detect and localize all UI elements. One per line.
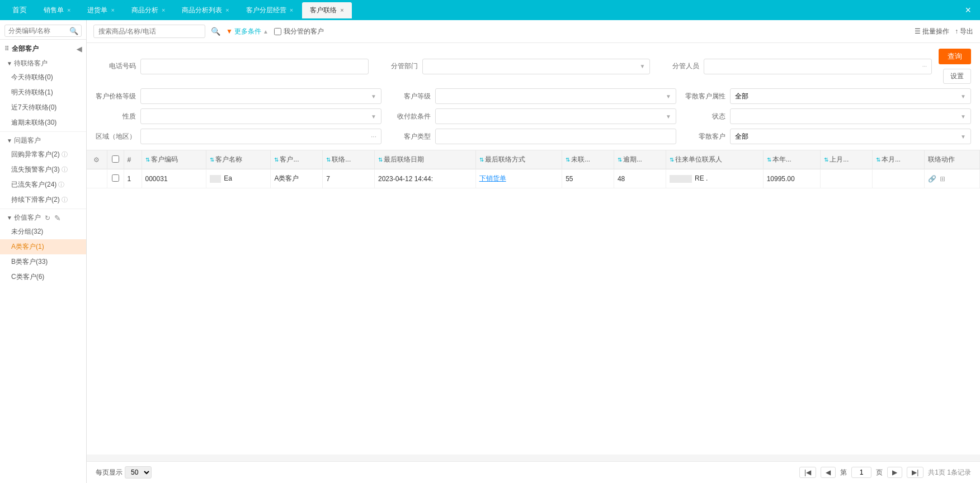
per-page-select[interactable]: 50 (125, 466, 152, 479)
collapse-icon[interactable]: ◀ (77, 45, 82, 53)
col-name[interactable]: ⇅客户名称 (206, 150, 271, 169)
my-customers-checkbox-label[interactable]: 我分管的客户 (274, 27, 324, 36)
col-code[interactable]: ⇅客户编码 (142, 150, 206, 169)
dept-field: 分管部门 ▼ (378, 59, 651, 74)
sidebar-item-class-b[interactable]: B类客户(33) (0, 254, 86, 269)
col-last-month[interactable]: ⇅上月... (821, 150, 873, 169)
more-conditions-button[interactable]: ▼ 更多条件 ▲ (226, 27, 268, 36)
sidebar-item-churned[interactable]: 已流失客户(24) ⓘ (0, 177, 86, 192)
sidebar-item-tomorrow[interactable]: 明天待联络(1) (0, 85, 86, 100)
first-page-button[interactable]: |◀ (799, 467, 816, 478)
settings-button[interactable]: 设置 (943, 69, 971, 84)
window-close-button[interactable]: × (960, 4, 976, 16)
nav-tab-purchase[interactable]: 进货单 × (79, 2, 122, 18)
close-customer-contact-icon[interactable]: × (340, 7, 343, 13)
nav-tab-analysis[interactable]: 商品分析 × (124, 2, 173, 18)
row-last-month (821, 169, 873, 188)
nav-tab-customer-mgmt[interactable]: 客户分层经营 × (238, 2, 301, 18)
sidebar-group-problem[interactable]: ▼ 问题客户 (0, 133, 86, 147)
close-purchase-icon[interactable]: × (111, 7, 114, 13)
nav-tab-sales[interactable]: 销售单 × (36, 2, 78, 18)
filter-row-4: 区域（地区） ··· 客户类型 零散客户 (96, 129, 971, 144)
row-checkbox[interactable] (112, 174, 119, 182)
sidebar-item-declining[interactable]: 持续下滑客户(2) ⓘ (0, 192, 86, 207)
col-overdue[interactable]: ⇅逾期... (614, 150, 666, 169)
sidebar-item-today[interactable]: 今天待联络(0) (0, 70, 86, 85)
sidebar-group-value[interactable]: ▼ 价值客户 ↻ ✎ (0, 210, 86, 224)
col-customer-type[interactable]: ⇅客户... (271, 150, 323, 169)
batch-operation-button[interactable]: ☰ 批量操作 (915, 27, 949, 36)
price-level-select[interactable]: ▼ (140, 88, 381, 104)
close-analysis-list-icon[interactable]: × (225, 7, 229, 13)
sidebar-search-icon[interactable]: 🔍 (69, 27, 78, 35)
nav-home[interactable]: 首页 (4, 2, 35, 18)
region-dots[interactable]: ··· (371, 132, 376, 140)
sidebar-group-pending[interactable]: ▼ 待联络客户 (0, 56, 86, 70)
retail-customer-select[interactable]: 全部 ▼ (730, 129, 971, 144)
sidebar-item-class-c[interactable]: C类客户(6) (0, 269, 86, 285)
sidebar-item-overdue[interactable]: 逾期未联络(30) (0, 115, 86, 130)
advanced-filter: 电话号码 分管部门 ▼ 分管人员 ··· (87, 43, 980, 150)
sidebar: 🔍 ⠿ 全部客户 ◀ ▼ 待联络客户 今天待联络(0) 明天待联络(1) 近7天… (0, 20, 87, 483)
content-area: 🔍 ▼ 更多条件 ▲ 我分管的客户 ☰ 批量操作 ↑ 导出 (87, 20, 980, 483)
next-page-button[interactable]: ▶ (887, 467, 902, 478)
nature-arrow: ▼ (371, 113, 376, 120)
col-this-year[interactable]: ⇅本年... (763, 150, 821, 169)
col-this-month[interactable]: ⇅本月... (872, 150, 924, 169)
region-field: 区域（地区） ··· (96, 129, 381, 144)
my-customers-checkbox[interactable] (274, 28, 281, 35)
gear-column[interactable]: ⚙ (87, 150, 107, 169)
dept-select[interactable]: ▼ (422, 59, 651, 74)
sidebar-all-customers-header[interactable]: ⠿ 全部客户 ◀ (0, 40, 86, 56)
manager-select-arrow: ··· (922, 63, 927, 69)
nav-tab-customer-contact[interactable]: 客户联络 × (302, 2, 351, 18)
phone-input[interactable] (140, 59, 369, 74)
main-layout: 🔍 ⠿ 全部客户 ◀ ▼ 待联络客户 今天待联络(0) 明天待联络(1) 近7天… (0, 20, 980, 483)
col-contacts[interactable]: ⇅往来单位联系人 (666, 150, 763, 169)
col-contact-count[interactable]: ⇅联络... (323, 150, 375, 169)
retail-attr-select[interactable]: 全部 ▼ (730, 88, 971, 104)
status-select[interactable]: ▼ (730, 108, 971, 124)
customer-type-select[interactable] (435, 129, 676, 144)
total-records: 共1页 1条记录 (928, 468, 971, 477)
manager-field: 分管人员 ··· (659, 59, 932, 74)
query-button[interactable]: 查询 (939, 49, 971, 64)
sidebar-item-repurchase-abnormal[interactable]: 回购异常客户(2) ⓘ (0, 147, 86, 162)
payment-select[interactable]: ▼ (435, 108, 676, 124)
sidebar-item-7days[interactable]: 近7天待联络(0) (0, 100, 86, 115)
nav-tab-analysis-list[interactable]: 商品分析列表 × (174, 2, 237, 18)
table-row: 1 000031 Ea A类客户 7 2023-04-12 14:44: 下销货… (87, 169, 980, 188)
prev-page-button[interactable]: ◀ (821, 467, 836, 478)
info-icon-1: ⓘ (62, 150, 68, 159)
select-all-checkbox[interactable] (112, 155, 119, 163)
close-analysis-icon[interactable]: × (162, 7, 165, 13)
col-uncontacted[interactable]: ⇅未联... (562, 150, 614, 169)
last-page-button[interactable]: ▶| (907, 467, 924, 478)
col-last-date[interactable]: ⇅最后联络日期 (374, 150, 475, 169)
status-field: 状态 ▼ (685, 108, 971, 124)
row-action-grid-icon[interactable]: ⊞ (940, 175, 945, 183)
close-sales-icon[interactable]: × (67, 7, 70, 13)
col-last-method[interactable]: ⇅最后联络方式 (475, 150, 562, 169)
region-select[interactable]: ··· (140, 129, 381, 144)
edit-group-icon[interactable]: ✎ (54, 214, 61, 222)
sidebar-item-churn-warning[interactable]: 流失预警客户(3) ⓘ (0, 162, 86, 177)
close-customer-mgmt-icon[interactable]: × (290, 7, 293, 13)
horizontal-scrollbar[interactable] (87, 454, 980, 461)
top-nav: 首页 销售单 × 进货单 × 商品分析 × 商品分析列表 × 客户分层经营 × … (0, 0, 980, 20)
export-button[interactable]: ↑ 导出 (955, 27, 973, 36)
customer-level-select[interactable]: ▼ (435, 88, 676, 104)
col-actions: 联络动作 (924, 150, 979, 169)
sidebar-item-unclassified[interactable]: 未分组(32) (0, 224, 86, 239)
page-number-input[interactable] (851, 467, 871, 478)
manager-select[interactable]: ··· (704, 59, 932, 74)
sidebar-item-class-a[interactable]: A类客户(1) (0, 239, 86, 254)
filter-search-button[interactable]: 🔍 (211, 27, 220, 36)
nature-select[interactable]: ▼ (140, 108, 381, 124)
row-code: 000031 (142, 169, 206, 188)
refresh-icon[interactable]: ↻ (45, 214, 50, 222)
filter-search-input[interactable] (93, 25, 205, 38)
customer-level-field: 客户等级 ▼ (390, 88, 676, 104)
row-action-link-icon[interactable]: 🔗 (928, 175, 936, 183)
row-last-method[interactable]: 下销货单 (475, 169, 562, 188)
